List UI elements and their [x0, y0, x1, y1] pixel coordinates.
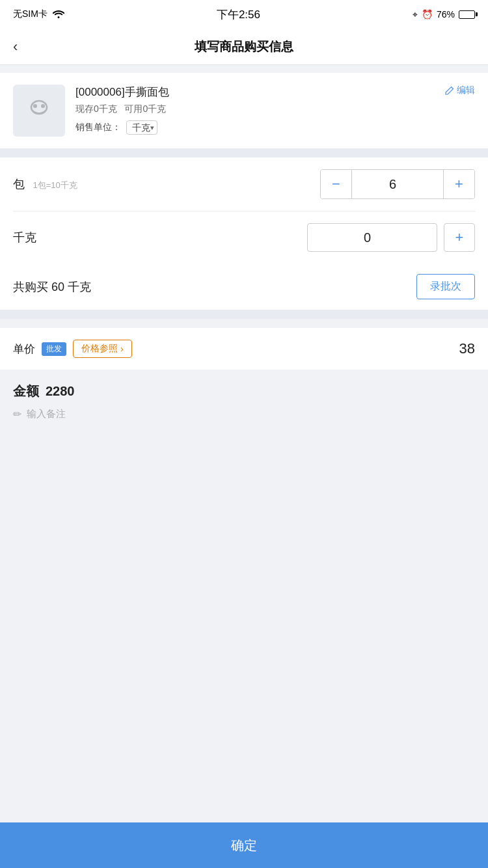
edit-button[interactable]: 编辑 — [445, 85, 475, 96]
bag-decrease-button[interactable]: − — [321, 170, 352, 198]
unit-select-wrap[interactable]: 千克 包 — [126, 120, 157, 135]
amount-section: 金额 2280 ✏ 输入备注 — [0, 370, 488, 429]
edit-icon — [445, 86, 454, 95]
nav-bar: ‹ 填写商品购买信息 — [0, 29, 488, 65]
quantity-section: 包 1包=10千克 − + 千克 + — [0, 157, 488, 264]
wifi-icon — [53, 9, 64, 20]
status-bar: 无SIM卡 下午2:56 ⌖ ⏰ 76% — [0, 0, 488, 29]
price-section: 单价 批发 价格参照 › 38 — [0, 328, 488, 370]
kg-control-group: + — [307, 223, 475, 252]
location-icon: ⌖ — [413, 9, 418, 20]
product-card: [0000006]手撕面包 编辑 现存0千克 可用0千克 销售单位： 千克 包 — [0, 73, 488, 148]
total-text: 共购买 60 千克 — [13, 279, 91, 295]
unit-select[interactable]: 千克 包 — [126, 120, 157, 135]
content-area — [0, 429, 488, 638]
kg-qty-row: 千克 + — [13, 211, 475, 264]
bag-label: 包 — [13, 178, 25, 191]
amount-row: 金额 2280 — [13, 383, 475, 400]
section-separator-2 — [0, 310, 488, 319]
section-separator-1 — [0, 148, 488, 157]
confirm-button[interactable]: 确定 — [231, 837, 257, 854]
product-stock: 现存0千克 可用0千克 — [75, 103, 475, 115]
page-title: 填写商品购买信息 — [195, 38, 293, 55]
status-right: ⌖ ⏰ 76% — [413, 9, 475, 20]
bag-label-group: 包 1包=10千克 — [13, 176, 77, 192]
bag-hint: 1包=10千克 — [33, 180, 77, 190]
price-label: 单价 — [13, 342, 35, 357]
batch-button[interactable]: 录批次 — [416, 274, 475, 299]
battery-icon — [459, 10, 475, 19]
kg-qty-input[interactable] — [307, 223, 437, 252]
product-thumbnail — [13, 85, 65, 137]
price-ref-button[interactable]: 价格参照 › — [73, 340, 132, 358]
battery-percent: 76% — [437, 9, 455, 20]
note-row[interactable]: ✏ 输入备注 — [13, 408, 475, 420]
back-button[interactable]: ‹ — [13, 38, 18, 55]
product-info: [0000006]手撕面包 编辑 现存0千克 可用0千克 销售单位： 千克 包 — [75, 85, 475, 135]
svg-point-1 — [33, 104, 37, 108]
price-value: 38 — [459, 340, 475, 357]
bottom-bar[interactable]: 确定 — [0, 822, 488, 868]
bag-qty-control: − + — [320, 169, 475, 199]
bag-qty-row: 包 1包=10千克 − + — [13, 157, 475, 211]
product-logo-icon — [25, 96, 53, 125]
total-section: 共购买 60 千克 录批次 — [0, 264, 488, 310]
edit-label: 编辑 — [457, 85, 475, 96]
amount-label: 金额 — [13, 383, 39, 400]
price-ref-arrow: › — [120, 344, 124, 354]
bag-qty-input[interactable] — [352, 170, 443, 198]
product-name: [0000006]手撕面包 — [75, 85, 169, 100]
price-ref-label: 价格参照 — [81, 343, 118, 355]
amount-value: 2280 — [46, 384, 75, 399]
note-icon: ✏ — [13, 408, 21, 420]
kg-increase-button[interactable]: + — [444, 223, 475, 252]
price-badge: 批发 — [42, 342, 66, 356]
carrier-label: 无SIM卡 — [13, 8, 47, 20]
svg-point-2 — [41, 104, 45, 108]
kg-label: 千克 — [13, 230, 36, 245]
note-placeholder: 输入备注 — [27, 408, 66, 420]
alarm-icon: ⏰ — [422, 9, 433, 20]
bag-increase-button[interactable]: + — [443, 170, 474, 198]
product-unit-row: 销售单位： 千克 包 — [75, 120, 475, 135]
status-time: 下午2:56 — [217, 7, 260, 22]
status-left: 无SIM卡 — [13, 8, 64, 20]
unit-label: 销售单位： — [75, 122, 121, 133]
